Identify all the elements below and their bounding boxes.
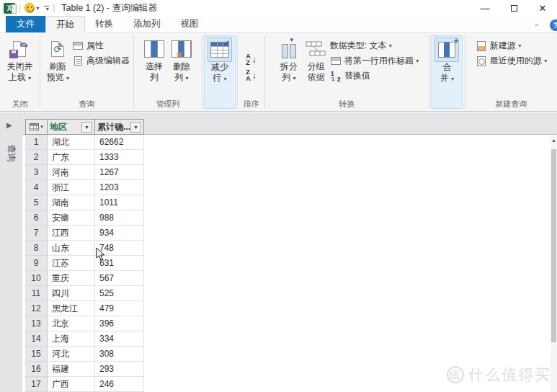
- quick-access-toolbar-customize-icon[interactable]: ▾: [44, 6, 49, 11]
- minimize-button[interactable]: —: [471, 1, 499, 16]
- value-cell[interactable]: 334: [95, 331, 144, 347]
- row-number-cell[interactable]: 15: [25, 347, 48, 362]
- reduce-rows-button[interactable]: ✓ 减少 行 ▾: [204, 35, 236, 109]
- tab-home[interactable]: 开始: [45, 16, 85, 33]
- choose-columns-icon: [144, 37, 164, 61]
- data-type-button[interactable]: 数据类型: 文本 ▾: [330, 38, 419, 53]
- value-cell[interactable]: 1267: [95, 165, 144, 180]
- row-number-cell[interactable]: 13: [25, 316, 48, 331]
- table-row: 2广东1333: [25, 150, 144, 165]
- choose-columns-button[interactable]: 选择 列: [141, 35, 168, 99]
- filter-dropdown-icon[interactable]: [130, 122, 141, 133]
- region-cell[interactable]: 浙江: [48, 180, 95, 195]
- region-cell[interactable]: 上海: [48, 331, 95, 347]
- row-number-cell[interactable]: 5: [25, 195, 48, 210]
- value-cell[interactable]: 1333: [95, 150, 144, 165]
- remove-columns-button[interactable]: × 删除 列 ▾: [168, 35, 195, 99]
- value-cell[interactable]: 62662: [95, 135, 144, 150]
- dropdown-arrow-icon: ▾: [28, 75, 31, 81]
- region-cell[interactable]: 四川: [48, 286, 95, 301]
- properties-button[interactable]: 属性: [72, 38, 130, 53]
- row-number-cell[interactable]: 1: [25, 135, 48, 150]
- region-cell[interactable]: 黑龙江: [48, 301, 95, 316]
- value-cell[interactable]: 631: [95, 256, 144, 271]
- value-cell[interactable]: 308: [95, 347, 144, 362]
- table-row: 9江苏631: [25, 256, 144, 271]
- scrollbar-thumb[interactable]: [551, 149, 556, 342]
- new-source-button[interactable]: 新建源 ▾: [476, 38, 547, 53]
- table-corner-menu[interactable]: ▾: [25, 119, 48, 135]
- column-header-value[interactable]: 累计确...: [95, 119, 144, 135]
- scroll-up-icon[interactable]: ▲: [551, 138, 557, 143]
- vertical-scrollbar[interactable]: ▲: [551, 135, 557, 392]
- use-first-row-as-headers-button[interactable]: 将第一行用作标题 ▾: [330, 53, 419, 68]
- tab-add-column[interactable]: 添加列: [123, 16, 171, 32]
- region-cell[interactable]: 重庆: [48, 271, 95, 286]
- sort-ascending-button[interactable]: AZ↓: [243, 52, 259, 68]
- row-number-cell[interactable]: 11: [25, 286, 48, 301]
- filter-dropdown-icon[interactable]: [81, 122, 92, 133]
- expand-pane-icon[interactable]: ▶: [6, 121, 12, 129]
- combine-button[interactable]: 合 并 ▾: [431, 35, 463, 109]
- table-row: 5湖南1011: [25, 195, 144, 210]
- collapse-ribbon-icon[interactable]: ⌃: [534, 24, 540, 30]
- row-number-cell[interactable]: 7: [25, 226, 48, 241]
- value-cell[interactable]: 396: [95, 316, 144, 331]
- region-cell[interactable]: 广西: [48, 377, 95, 392]
- split-column-button[interactable]: 拆分 列 ▾: [275, 35, 303, 99]
- sort-descending-button[interactable]: ZA↓: [243, 68, 259, 84]
- row-number-cell[interactable]: 14: [25, 331, 48, 347]
- feedback-smiley-icon[interactable]: [24, 3, 35, 13]
- tab-file[interactable]: 文件: [6, 16, 45, 32]
- refresh-preview-button[interactable]: ⟳ 刷新 预览 ▾: [44, 35, 72, 99]
- region-cell[interactable]: 北京: [48, 316, 95, 331]
- row-number-cell[interactable]: 17: [25, 377, 48, 392]
- value-cell[interactable]: 479: [95, 301, 144, 316]
- row-number-cell[interactable]: 8: [25, 241, 48, 256]
- value-cell[interactable]: 934: [95, 226, 144, 241]
- region-cell[interactable]: 湖南: [48, 195, 95, 210]
- value-cell[interactable]: 246: [95, 377, 144, 392]
- region-cell[interactable]: 福建: [48, 362, 95, 377]
- value-cell[interactable]: 748: [95, 241, 144, 256]
- row-number-cell[interactable]: 3: [25, 165, 48, 180]
- group-by-button[interactable]: 分组 依据: [303, 35, 330, 99]
- close-and-load-button[interactable]: ↷ 关闭并 上载 ▾: [4, 35, 35, 99]
- tab-view[interactable]: 视图: [171, 16, 209, 32]
- value-cell[interactable]: 1203: [95, 180, 144, 195]
- row-number-cell[interactable]: 16: [25, 362, 48, 377]
- row-number-cell[interactable]: 2: [25, 150, 48, 165]
- row-number-cell[interactable]: 12: [25, 301, 48, 316]
- help-icon[interactable]: ?: [550, 19, 557, 31]
- close-button[interactable]: ✕: [528, 1, 557, 16]
- ribbon: ↷ 关闭并 上载 ▾ 关闭 ⟳ 刷新 预览 ▾ 属性 高级编辑器 查询: [0, 33, 557, 112]
- tab-transform[interactable]: 转换: [85, 16, 123, 32]
- queries-pane-collapsed[interactable]: ▶ 查询: [0, 112, 22, 392]
- value-cell[interactable]: 293: [95, 362, 144, 377]
- row-number-cell[interactable]: 10: [25, 271, 48, 286]
- region-cell[interactable]: 河北: [48, 347, 95, 362]
- advanced-editor-button[interactable]: 高级编辑器: [72, 53, 130, 68]
- value-cell[interactable]: 988: [95, 210, 144, 226]
- dropdown-arrow-icon: ▾: [224, 76, 227, 82]
- region-cell[interactable]: 江西: [48, 226, 95, 241]
- region-cell[interactable]: 广东: [48, 150, 95, 165]
- row-number-cell[interactable]: 6: [25, 210, 48, 226]
- ribbon-group-query: ⟳ 刷新 预览 ▾ 属性 高级编辑器 查询: [40, 33, 133, 111]
- maximize-button[interactable]: [499, 1, 528, 16]
- region-cell[interactable]: 山东: [48, 241, 95, 256]
- chevron-down-icon[interactable]: ▾: [36, 5, 39, 12]
- region-cell[interactable]: 湖北: [48, 135, 95, 150]
- row-number-cell[interactable]: 4: [25, 180, 48, 195]
- sort-descending-icon: ZA: [246, 69, 251, 82]
- value-cell[interactable]: 567: [95, 271, 144, 286]
- replace-values-button[interactable]: 1↴2 替换值: [330, 68, 419, 84]
- region-cell[interactable]: 江苏: [48, 256, 95, 271]
- value-cell[interactable]: 1011: [95, 195, 144, 210]
- row-number-cell[interactable]: 9: [25, 256, 48, 271]
- value-cell[interactable]: 525: [95, 286, 144, 301]
- region-cell[interactable]: 安徽: [48, 210, 95, 226]
- recent-sources-button[interactable]: 最近使用的源 ▾: [476, 53, 547, 68]
- region-cell[interactable]: 河南: [48, 165, 95, 180]
- column-header-region[interactable]: 地区: [48, 119, 95, 135]
